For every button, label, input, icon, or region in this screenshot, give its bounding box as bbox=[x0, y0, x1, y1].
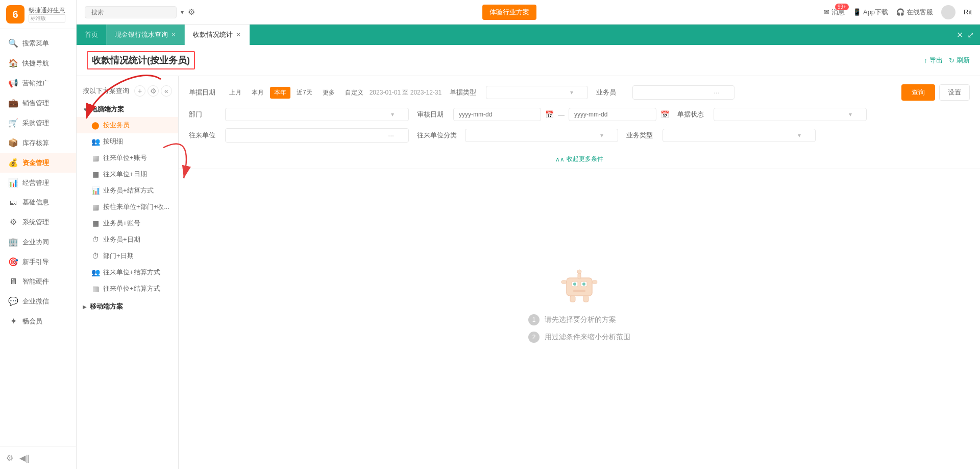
mobile-group-header[interactable]: ▶ 移动端方案 bbox=[77, 299, 178, 314]
group-name-label: 电脑端方案 bbox=[91, 105, 124, 114]
scheme-item-by-detail[interactable]: 👥 按明细 bbox=[77, 133, 178, 150]
sidebar-item-system[interactable]: ⚙ 系统管理 bbox=[0, 212, 76, 232]
scheme-item-salesman-date[interactable]: ⏱ 业务员+日期 bbox=[77, 231, 178, 248]
date-btn-more[interactable]: 更多 bbox=[318, 87, 339, 99]
sidebar-item-operations[interactable]: 📊 经营管理 bbox=[0, 173, 76, 193]
doc-status-select[interactable]: ▾ bbox=[714, 108, 867, 121]
sidebar-item-label: 智能硬件 bbox=[22, 277, 49, 286]
date-btn-this-year[interactable]: 本年 bbox=[270, 87, 290, 99]
collapse-panel-button[interactable]: « bbox=[161, 85, 172, 97]
sidebar-item-finance[interactable]: 💰 资金管理 bbox=[0, 153, 76, 173]
scheme-item-salesman-account[interactable]: ▦ 业务员+账号 bbox=[77, 215, 178, 231]
partner-dept-icon: ▦ bbox=[91, 203, 100, 211]
online-service-item[interactable]: 🎧 在线客服 bbox=[896, 8, 933, 17]
date-option-group: 上月 本月 本年 近7天 更多 自定义 2023-01-01 至 2023-12… bbox=[225, 87, 442, 99]
sales-icon: 💼 bbox=[8, 98, 18, 108]
scheme-item-label: 往来单位+日期 bbox=[103, 170, 147, 179]
filter-area: 单据日期 上月 本月 本年 近7天 更多 自定义 2023-01-01 bbox=[179, 76, 980, 169]
sidebar-item-purchase[interactable]: 🛒 采购管理 bbox=[0, 113, 76, 133]
date-btn-this-month[interactable]: 本月 bbox=[248, 87, 268, 99]
page-actions: ↑ 导出 ↻ 刷新 bbox=[924, 56, 970, 65]
business-type-select[interactable]: ▾ bbox=[663, 129, 816, 142]
scheme-item-salesman-payment[interactable]: 📊 业务员+结算方式 bbox=[77, 182, 178, 199]
sidebar-item-guide[interactable]: 🎯 新手引导 bbox=[0, 252, 76, 272]
sidebar-item-basic-info[interactable]: 🗂 基础信息 bbox=[0, 193, 76, 212]
dept-select[interactable]: ▾ bbox=[225, 108, 409, 121]
collapse-sidebar-icon[interactable]: ◀‖ bbox=[19, 453, 30, 463]
export-button[interactable]: ↑ 导出 bbox=[924, 56, 943, 65]
desktop-group-header[interactable]: ▼ 电脑端方案 bbox=[77, 102, 178, 117]
topbar-search-input[interactable] bbox=[85, 6, 177, 18]
date-btn-last-7-days[interactable]: 近7天 bbox=[292, 87, 316, 99]
sidebar-item-search-menu[interactable]: 🔍 搜索菜单 bbox=[0, 33, 76, 53]
topbar-dropdown-icon[interactable]: ▾ bbox=[181, 9, 184, 16]
main-area: ▾ ⚙ 体验行业方案 ✉ 消息 99+ 📱 App下载 🎧 在线客服 bbox=[77, 0, 980, 469]
add-scheme-button[interactable]: + bbox=[134, 85, 145, 97]
review-date-end-calendar-icon[interactable]: 📅 bbox=[660, 110, 669, 119]
sidebar-item-sales[interactable]: 💼 销售管理 bbox=[0, 93, 76, 113]
partner-payment1-icon: 👥 bbox=[91, 268, 100, 276]
partner-category-select[interactable]: ▾ bbox=[465, 129, 618, 142]
message-icon: ✉ bbox=[824, 8, 829, 16]
sidebar-item-hardware[interactable]: 🖥 智能硬件 bbox=[0, 272, 76, 291]
scheme-item-label: 按明细 bbox=[103, 137, 123, 146]
date-btn-last-month[interactable]: 上月 bbox=[225, 87, 246, 99]
user-name: Rit bbox=[964, 8, 972, 16]
detail-scheme-icon: 👥 bbox=[91, 137, 100, 146]
doc-type-select[interactable]: ▾ bbox=[486, 86, 588, 99]
topbar-settings-icon[interactable]: ⚙ bbox=[188, 7, 195, 17]
review-date-end-input[interactable] bbox=[569, 108, 656, 121]
tab-bank-flow-close-icon[interactable]: ✕ bbox=[171, 31, 176, 38]
review-date-filter-label: 审核日期 bbox=[417, 110, 445, 119]
partner-select[interactable]: ··· bbox=[225, 128, 409, 143]
quick-nav-icon: 🏠 bbox=[8, 58, 18, 68]
scheme-item-partner-payment1[interactable]: 👥 往来单位+结算方式 bbox=[77, 264, 178, 280]
mobile-group-name-label: 移动端方案 bbox=[90, 302, 123, 311]
collapse-more-conditions-button[interactable]: ∧∧ 收起更多条件 bbox=[189, 150, 970, 169]
trial-button[interactable]: 体验行业方案 bbox=[482, 5, 536, 20]
tabbar-close-all-icon[interactable]: ✕ bbox=[957, 30, 963, 40]
tab-bank-flow[interactable]: 现金银行流水查询 ✕ bbox=[107, 25, 185, 45]
salesman-select[interactable]: ··· bbox=[632, 85, 734, 100]
review-date-start-input[interactable] bbox=[453, 108, 541, 121]
scheme-item-partner-payment2[interactable]: ▦ 往来单位+结算方式 bbox=[77, 280, 178, 297]
settings-bottom-icon[interactable]: ⚙ bbox=[6, 453, 13, 463]
svg-point-8 bbox=[577, 270, 581, 274]
tabbar-expand-icon[interactable]: ⤢ bbox=[967, 30, 974, 40]
app-download-label: App下载 bbox=[863, 8, 888, 17]
app-download-item[interactable]: 📱 App下载 bbox=[853, 8, 888, 17]
sidebar-item-quick-nav[interactable]: 🏠 快捷导航 bbox=[0, 53, 76, 73]
operations-icon: 📊 bbox=[8, 178, 18, 187]
inventory-icon: 📦 bbox=[8, 138, 18, 148]
date-btn-custom[interactable]: 自定义 bbox=[341, 87, 368, 99]
business-type-chevron-icon: ▾ bbox=[798, 132, 801, 139]
tab-home[interactable]: 首页 bbox=[77, 25, 107, 45]
user-avatar[interactable] bbox=[941, 5, 955, 19]
sidebar-item-marketing[interactable]: 📢 营销推广 bbox=[0, 73, 76, 93]
sidebar-item-label: 新手引导 bbox=[22, 257, 49, 267]
filter-settings-button[interactable]: 设置 bbox=[939, 84, 970, 101]
query-button[interactable]: 查询 bbox=[901, 84, 935, 101]
purchase-icon: 🛒 bbox=[8, 118, 18, 128]
review-date-start-calendar-icon[interactable]: 📅 bbox=[545, 110, 554, 119]
refresh-button[interactable]: ↻ 刷新 bbox=[949, 56, 970, 65]
scheme-item-partner-dept-collect[interactable]: ▦ 按往来单位+部门+收... bbox=[77, 199, 178, 215]
message-item[interactable]: ✉ 消息 99+ bbox=[824, 8, 845, 17]
sidebar: 6 畅捷通好生意 标准版 🔍 搜索菜单 🏠 快捷导航 📢 营销推广 💼 bbox=[0, 0, 77, 469]
scheme-item-by-salesman[interactable]: ⬤ 按业务员 bbox=[77, 117, 178, 133]
tab-collection-stats-close-icon[interactable]: ✕ bbox=[236, 31, 241, 38]
scheme-item-dept-date[interactable]: ⏱ 部门+日期 bbox=[77, 248, 178, 264]
tab-collection-stats[interactable]: 收款情况统计 ✕ bbox=[185, 25, 250, 45]
salesman-account-icon: ▦ bbox=[91, 219, 100, 227]
scheme-settings-button[interactable]: ⚙ bbox=[148, 85, 159, 97]
svg-rect-1 bbox=[567, 278, 592, 296]
svg-rect-9 bbox=[561, 280, 567, 284]
scheme-item-label: 按往来单位+部门+收... bbox=[103, 202, 169, 212]
partner-category-chevron-icon: ▾ bbox=[600, 132, 603, 139]
scheme-item-partner-date[interactable]: ▦ 往来单位+日期 bbox=[77, 166, 178, 182]
sidebar-item-enterprise[interactable]: 🏢 企业协同 bbox=[0, 232, 76, 252]
sidebar-item-wechat[interactable]: 💬 企业微信 bbox=[0, 291, 76, 311]
sidebar-item-inventory[interactable]: 📦 库存核算 bbox=[0, 133, 76, 153]
sidebar-item-member[interactable]: ✦ 畅会员 bbox=[0, 311, 76, 331]
scheme-item-partner-account[interactable]: ▦ 往来单位+账号 bbox=[77, 150, 178, 166]
